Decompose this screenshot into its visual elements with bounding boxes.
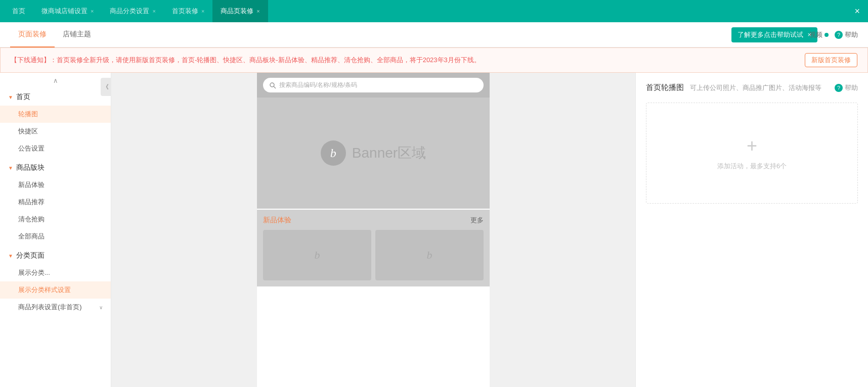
nav-group-category-title[interactable]: ▼ 分类页面 xyxy=(0,247,111,264)
sidebar: ∧ 《 ▼ 首页 轮播图 快捷区 公告设置 ▼ 商品版块 xyxy=(0,73,111,387)
banner-text: Banner区域 xyxy=(352,143,426,163)
product-card-1: b xyxy=(263,230,371,280)
close-tab-store[interactable]: × xyxy=(91,8,94,14)
tab-category-settings[interactable]: 商品分类设置 × xyxy=(102,0,163,22)
chevron-up-icon: ∧ xyxy=(53,77,58,84)
sidebar-item-carousel[interactable]: 轮播图 xyxy=(0,106,111,123)
window-close-button[interactable]: × xyxy=(850,6,864,17)
sidebar-collapse-button[interactable]: 《 xyxy=(101,78,111,96)
add-banner-area[interactable]: + 添加活动，最多支持6个 xyxy=(646,103,858,204)
preview-phone-frame: 搜索商品编码/名称/规格/条码 b Banner区域 新品体验 更多 xyxy=(257,73,490,387)
header-right: 视频 ? 帮助 xyxy=(809,30,858,39)
arrow-down-icon3: ▼ xyxy=(8,253,13,259)
search-icon xyxy=(269,82,276,89)
arrow-down-icon2: ▼ xyxy=(8,165,13,171)
sidebar-item-show-category[interactable]: 展示分类... xyxy=(0,264,111,281)
right-panel-title-group: 首页轮播图 可上传公司照片、商品推广图片、活动海报等 xyxy=(646,83,821,92)
sidebar-item-all-products[interactable]: 全部商品 xyxy=(0,228,111,245)
right-panel-subtitle: 可上传公司照片、商品推广图片、活动海报等 xyxy=(690,84,821,91)
sub-tab-page-decor[interactable]: 页面装修 xyxy=(10,22,55,47)
close-tab-category[interactable]: × xyxy=(152,8,155,14)
sidebar-item-category-style[interactable]: 展示分类样式设置 xyxy=(0,281,111,299)
help-banner-text: 了解更多点击帮助试试 xyxy=(737,30,803,39)
sidebar-item-product-list[interactable]: 商品列表设置(非首页) ∨ xyxy=(0,299,111,316)
dot-icon xyxy=(824,33,829,37)
banner-logo: b Banner区域 xyxy=(321,140,426,166)
search-placeholder: 搜索商品编码/名称/规格/条码 xyxy=(279,81,357,89)
tab-home[interactable]: 首页 xyxy=(4,0,33,22)
nav-group-home: ▼ 首页 轮播图 快捷区 公告设置 xyxy=(0,88,111,157)
chevron-down-icon: ∨ xyxy=(99,305,103,310)
main-layout: ∧ 《 ▼ 首页 轮播图 快捷区 公告设置 ▼ 商品版块 xyxy=(0,73,868,387)
tab-store-settings[interactable]: 微商城店铺设置 × xyxy=(33,0,102,22)
search-bar-preview: 搜索商品编码/名称/规格/条码 xyxy=(257,73,490,98)
notice-bar: 【下线通知】：首页装修全新升级，请使用新版首页装修，首页-轮播图、快捷区、商品板… xyxy=(0,47,868,73)
center-preview: 搜索商品编码/名称/规格/条码 b Banner区域 新品体验 更多 xyxy=(111,73,635,387)
nav-group-home-title[interactable]: ▼ 首页 xyxy=(0,88,111,106)
sidebar-item-shortcuts[interactable]: 快捷区 xyxy=(0,123,111,140)
sidebar-item-premium[interactable]: 精品推荐 xyxy=(0,194,111,211)
tab-home-decor[interactable]: 首页装修 × xyxy=(164,0,212,22)
help-circle-icon2: ? xyxy=(835,84,843,92)
video-link[interactable]: 视频 xyxy=(809,30,829,39)
svg-point-0 xyxy=(270,83,274,87)
section-title: 新品体验 xyxy=(263,216,291,225)
add-plus-icon: + xyxy=(747,135,757,157)
close-tab-product-decor[interactable]: × xyxy=(256,8,259,14)
section-more: 更多 xyxy=(470,216,484,225)
right-panel-header: 首页轮播图 可上传公司照片、商品推广图片、活动海报等 ? 帮助 xyxy=(646,83,858,92)
brand-icon: b xyxy=(321,140,346,166)
new-decor-button[interactable]: 新版首页装修 xyxy=(805,53,857,67)
arrow-down-icon: ▼ xyxy=(8,94,13,100)
collapse-icon: 《 xyxy=(103,83,109,91)
help-label: 帮助 xyxy=(845,30,858,39)
tab-product-decor[interactable]: 商品页装修 × xyxy=(212,0,268,22)
nav-group-product-block: ▼ 商品版块 新品体验 精品推荐 清仓抢购 全部商品 xyxy=(0,159,111,245)
help-circle-icon: ? xyxy=(835,31,843,39)
sidebar-item-clearance[interactable]: 清仓抢购 xyxy=(0,211,111,228)
search-bar-mock: 搜索商品编码/名称/规格/条码 xyxy=(263,78,484,92)
banner-area[interactable]: b Banner区域 xyxy=(257,98,490,209)
sidebar-item-new-experience[interactable]: 新品体验 xyxy=(0,176,111,194)
scroll-up-button[interactable]: ∧ xyxy=(0,73,111,88)
help-link[interactable]: ? 帮助 xyxy=(835,30,858,39)
right-help-label: 帮助 xyxy=(845,83,858,92)
section-header: 新品体验 更多 xyxy=(263,216,484,225)
product-card-2: b xyxy=(375,230,484,280)
help-banner[interactable]: 了解更多点击帮助试试 × xyxy=(731,27,817,42)
product-section: 新品体验 更多 b b xyxy=(257,210,490,286)
right-help-button[interactable]: ? 帮助 xyxy=(835,83,858,92)
right-panel: 首页轮播图 可上传公司照片、商品推广图片、活动海报等 ? 帮助 + 添加活动，最… xyxy=(635,73,868,387)
sidebar-item-announcement[interactable]: 公告设置 xyxy=(0,140,111,157)
notice-text: 【下线通知】：首页装修全新升级，请使用新版首页装修，首页-轮播图、快捷区、商品板… xyxy=(11,56,805,65)
product-grid: b b xyxy=(263,230,484,280)
nav-group-category: ▼ 分类页面 展示分类... 展示分类样式设置 商品列表设置(非首页) ∨ xyxy=(0,247,111,316)
add-label: 添加活动，最多支持6个 xyxy=(717,162,787,171)
sub-tab-store-theme[interactable]: 店铺主题 xyxy=(55,22,99,47)
video-label: 视频 xyxy=(809,30,822,39)
sub-header: 页面装修 店铺主题 了解更多点击帮助试试 × 视频 ? 帮助 xyxy=(0,22,868,47)
right-panel-title: 首页轮播图 xyxy=(646,83,684,91)
tab-bar: 首页 微商城店铺设置 × 商品分类设置 × 首页装修 × 商品页装修 × × xyxy=(0,0,868,22)
close-tab-home-decor[interactable]: × xyxy=(201,8,204,14)
nav-group-product-title[interactable]: ▼ 商品版块 xyxy=(0,159,111,176)
svg-line-1 xyxy=(274,86,276,88)
